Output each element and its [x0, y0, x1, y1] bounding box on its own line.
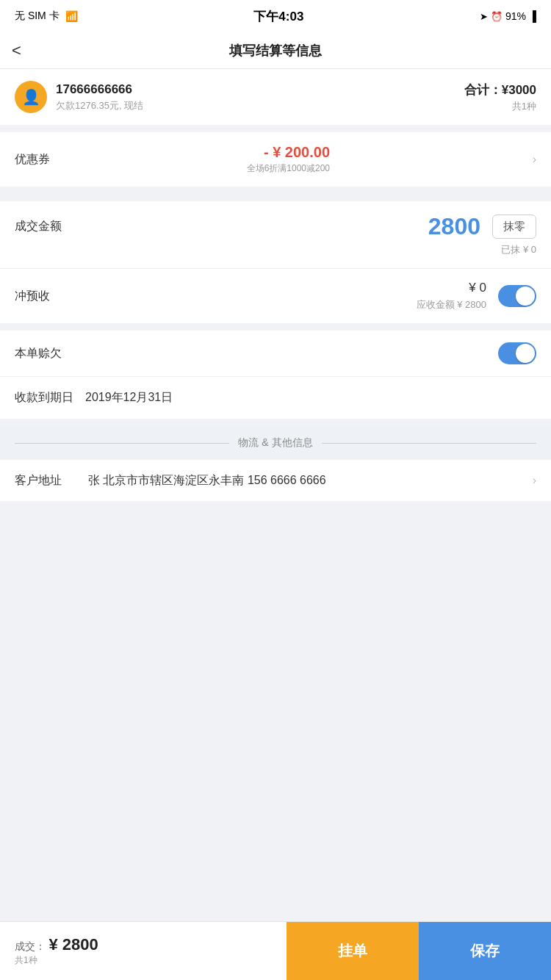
page-title: 填写结算等信息: [229, 42, 322, 60]
credit-label: 本单赊欠: [15, 346, 62, 361]
prepay-row: 冲预收 ¥ 0 应收金额 ¥ 2800: [0, 268, 551, 323]
status-bar: 无 SIM 卡 📶 下午4:03 ➤ ⏰ 91% ▐: [0, 0, 551, 32]
amount-sub: 已抹 ¥ 0: [15, 243, 536, 256]
header-line-right: [322, 443, 536, 444]
address-label: 客户地址: [15, 473, 73, 489]
no-sim-label: 无 SIM 卡: [15, 10, 60, 23]
prepay-sub: 应收金额 ¥ 2800: [417, 298, 486, 311]
address-row[interactable]: 客户地址 张 北京市市辖区海淀区永丰南 156 6666 6666 ›: [0, 460, 551, 501]
customer-sub: 欠款1276.35元, 现结: [56, 99, 143, 112]
amount-row: 成交金额 2800 抹零: [15, 213, 536, 240]
bottom-summary-line1: 成交： ¥ 2800: [15, 935, 272, 954]
due-date-row: 收款到期日 2019年12月31日: [0, 376, 551, 419]
total-value: 合计：¥3000: [464, 82, 536, 98]
battery-icon: ▐: [529, 10, 536, 22]
customer-info: 17666666666 欠款1276.35元, 现结: [56, 82, 143, 112]
bottom-filler: [0, 501, 551, 574]
amount-label: 成交金额: [15, 219, 62, 234]
bottom-bar: 成交： ¥ 2800 共1种 挂单 保存: [0, 921, 551, 980]
customer-card: 👤 17666666666 欠款1276.35元, 现结 合计：¥3000 共1…: [0, 69, 551, 125]
coupon-card[interactable]: 优惠券 - ¥ 200.00 全场6折满1000减200 ›: [0, 132, 551, 187]
amount-value: 2800: [428, 213, 480, 240]
summary-count: 共1种: [15, 954, 272, 967]
location-icon: ➤: [480, 11, 488, 22]
bottom-summary: 成交： ¥ 2800 共1种: [0, 935, 287, 967]
header-line-left: [15, 443, 229, 444]
save-button[interactable]: 保存: [419, 922, 551, 981]
status-right: ➤ ⏰ 91% ▐: [480, 10, 536, 22]
coupon-right[interactable]: - ¥ 200.00 全场6折满1000减200: [247, 144, 330, 175]
logistics-section-header: 物流 & 其他信息: [0, 426, 551, 460]
divider-1: [0, 194, 551, 201]
nav-bar: < 填写结算等信息: [0, 32, 551, 69]
coupon-chevron-icon: ›: [533, 153, 536, 166]
divider-3: [0, 419, 551, 426]
prepay-label: 冲预收: [15, 289, 50, 304]
coupon-discount: - ¥ 200.00: [247, 144, 330, 161]
due-label: 收款到期日: [15, 390, 73, 406]
prepay-section: 冲预收 ¥ 0 应收金额 ¥ 2800: [0, 268, 551, 323]
battery-label: 91%: [505, 10, 526, 22]
address-chevron-icon: ›: [533, 474, 536, 487]
section-header-text: 物流 & 其他信息: [238, 436, 312, 450]
divider-2: [0, 323, 551, 331]
wifi-icon: 📶: [65, 10, 78, 22]
credit-toggle[interactable]: [498, 342, 536, 364]
amount-right: 2800 抹零: [428, 213, 536, 240]
summary-amount: ¥ 2800: [48, 935, 98, 954]
rounding-button[interactable]: 抹零: [492, 215, 536, 239]
avatar: 👤: [15, 81, 47, 113]
credit-section: 本单赊欠 收款到期日 2019年12月31日: [0, 331, 551, 419]
coupon-label: 优惠券: [15, 152, 50, 167]
coupon-desc: 全场6折满1000减200: [247, 162, 330, 175]
customer-row: 👤 17666666666 欠款1276.35元, 现结 合计：¥3000 共1…: [15, 81, 536, 113]
hang-button[interactable]: 挂单: [287, 922, 419, 981]
customer-right: 合计：¥3000 共1种: [464, 82, 536, 113]
status-left: 无 SIM 卡 📶: [15, 10, 78, 23]
content-scroll: 👤 17666666666 欠款1276.35元, 现结 合计：¥3000 共1…: [0, 69, 551, 921]
amount-section: 成交金额 2800 抹零 已抹 ¥ 0: [0, 201, 551, 268]
coupon-row[interactable]: 优惠券 - ¥ 200.00 全场6折满1000减200 ›: [0, 132, 551, 187]
due-date-value: 2019年12月31日: [85, 390, 173, 406]
total-count: 共1种: [464, 100, 536, 113]
summary-label: 成交：: [15, 940, 46, 952]
address-value: 张 北京市市辖区海淀区永丰南 156 6666 6666: [88, 472, 518, 489]
prepay-value: ¥ 0: [469, 281, 486, 295]
status-time: 下午4:03: [253, 8, 303, 25]
prepay-right: ¥ 0 应收金额 ¥ 2800: [417, 281, 536, 311]
customer-left: 👤 17666666666 欠款1276.35元, 现结: [15, 81, 143, 113]
credit-row: 本单赊欠: [0, 331, 551, 376]
prepay-values: ¥ 0 应收金额 ¥ 2800: [417, 281, 486, 311]
prepay-toggle[interactable]: [498, 285, 536, 307]
avatar-icon: 👤: [22, 88, 40, 106]
customer-phone: 17666666666: [56, 82, 143, 97]
back-icon: <: [12, 41, 21, 60]
back-button[interactable]: <: [12, 41, 21, 60]
alarm-icon: ⏰: [491, 11, 503, 22]
